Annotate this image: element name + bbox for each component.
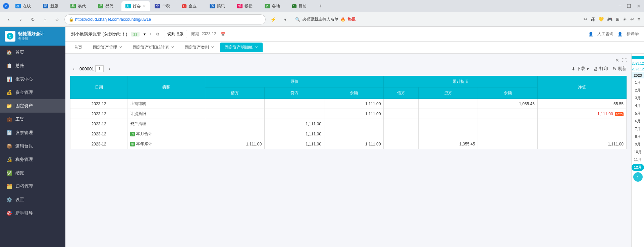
game-icon[interactable]: 🎮 [607, 17, 612, 22]
address-bar[interactable]: 🔒 https://cloud.chanjet.com/accounting/u… [64, 14, 266, 24]
sidebar-label-guide: 新手引导 [15, 210, 33, 216]
col-summary: 摘要 [127, 76, 205, 99]
sidebar-item-payroll[interactable]: 💼 工资 [0, 113, 65, 126]
print-icon: 🖨 [594, 66, 598, 71]
cell-orig-credit: 1,111.00 [265, 119, 324, 129]
bookmark-btn[interactable]: ☆ [52, 15, 62, 24]
settings-btn[interactable]: ⚙ [156, 32, 160, 37]
tab-close-fixed-assets-mgmt[interactable]: ✕ [119, 45, 122, 50]
search-area: 🔍 央视更新主持人名单 🔥 热搜 [295, 16, 356, 22]
tab-tencent[interactable]: 腾 腾讯 [206, 1, 232, 11]
tab-muqian[interactable]: S 目前 [288, 1, 315, 11]
cell-dep-balance [478, 129, 538, 139]
dropdown-arrow[interactable]: ▾ [144, 32, 146, 37]
tab-close-category[interactable]: ✕ [211, 45, 214, 50]
period-month-6[interactable]: 6月 [632, 118, 644, 125]
translate-icon[interactable]: 译 [591, 16, 595, 22]
expand-icon[interactable]: ⛶ [622, 58, 627, 63]
sidebar-item-guide[interactable]: 🎯 新手引导 [0, 206, 65, 220]
period-month-8[interactable]: 8月 [632, 133, 644, 140]
download-btn[interactable]: ⬇ 下载 ▾ [572, 66, 589, 72]
page-num-input[interactable]: 1 [95, 65, 104, 72]
period-month-10[interactable]: 10月 [632, 148, 644, 156]
scissors-icon[interactable]: ✂ [584, 17, 587, 22]
tab-close-detail-ledger[interactable]: ✕ [255, 45, 258, 50]
cell-summary: 计提折旧 [127, 109, 205, 119]
tab-yidai1[interactable]: 易 易代 [66, 1, 93, 11]
tab-close-icon[interactable]: ✕ [143, 4, 146, 8]
cell-dep-credit: 1,055.45 [418, 139, 478, 149]
tab-qiye[interactable]: C 企业 [178, 1, 205, 11]
sidebar-item-home[interactable]: 🏠 首页 [0, 46, 65, 59]
sidebar-item-ledger[interactable]: 📋 总账 [0, 59, 65, 72]
refresh-btn[interactable]: ↻ [28, 15, 38, 24]
cell-date: 2023-12 [70, 109, 127, 119]
tab-geshui[interactable]: 个 个税 [151, 1, 177, 11]
wallet-icon[interactable]: 💛 [598, 17, 604, 22]
period-panel-header: 期间选择 [632, 56, 644, 59]
page-tab-home[interactable]: 首页 [69, 43, 87, 52]
cell-dep-credit [418, 109, 478, 119]
brightness-icon[interactable]: ☀ [623, 17, 627, 22]
sidebar-item-tax[interactable]: 🔏 税务管理 [0, 153, 65, 166]
tab-close-depreciation[interactable]: ✕ [171, 45, 174, 50]
undo-icon[interactable]: ↩ [630, 17, 634, 22]
tab-haokuai[interactable]: 好 好会 ✕ [121, 1, 150, 11]
help-btn[interactable]: 人工咨询 [597, 31, 613, 37]
refresh-table-btn[interactable]: ↻ 刷新 [613, 66, 627, 72]
period-month-4[interactable]: 4月 [632, 102, 644, 109]
page-tab-fixed-assets-mgmt[interactable]: 固定资产管理 ✕ [88, 43, 127, 52]
print-btn[interactable]: 🖨 打印 [594, 66, 608, 72]
sidebar-item-purchase-sales[interactable]: 📦 进销台账 [0, 139, 65, 153]
window-minimize-btn[interactable]: − [616, 3, 624, 9]
back-btn[interactable]: ‹ [4, 15, 13, 24]
period-month-7[interactable]: 7月 [632, 125, 644, 132]
switch-version-btn[interactable]: 切到旧版 [164, 30, 187, 38]
tab-online[interactable]: 在 在线 [11, 1, 38, 11]
sidebar-label-purchase-sales: 进销台账 [15, 143, 33, 149]
tab-yidai2[interactable]: 易 易代 [94, 1, 121, 11]
add-account-btn[interactable]: + [150, 32, 152, 37]
page-tab-detail-ledger[interactable]: 固定资产明细账 ✕ [220, 43, 263, 52]
tab-changjie[interactable]: 畅 畅捷 [233, 1, 260, 11]
sidebar-item-fund[interactable]: 💰 资金管理 [0, 86, 65, 99]
scroll-top-btn[interactable]: ↑ [633, 172, 643, 182]
period-month-5[interactable]: 5月 [632, 110, 644, 117]
calendar-icon[interactable]: 📅 [220, 32, 225, 37]
new-tab-button[interactable]: + [316, 1, 325, 11]
cell-orig-debit [205, 99, 265, 109]
security-icon: ⚡ [268, 15, 278, 24]
sidebar-item-closing[interactable]: ✅ 结账 [0, 166, 65, 180]
home-btn[interactable]: ⌂ [40, 15, 50, 24]
period-month-9[interactable]: 9月 [632, 141, 644, 148]
window-close-btn[interactable]: ✕ [635, 3, 643, 9]
page-tab-depreciation[interactable]: 固定资产折旧统计表 ✕ [128, 43, 179, 52]
sidebar-item-settings[interactable]: ⚙️ 设置 [0, 193, 65, 206]
cell-orig-balance: 1,111.00 [324, 109, 384, 119]
sidebar-item-invoice[interactable]: 🧾 发票管理 [0, 126, 65, 139]
tab-gedi[interactable]: 各 各地 [261, 1, 287, 11]
sidebar-item-fixed-assets[interactable]: 📁 固定资产 [0, 99, 65, 113]
download-dropdown-icon[interactable]: ▾ [587, 66, 589, 71]
prev-page-btn[interactable]: ‹ [70, 65, 77, 72]
sidebar-item-report[interactable]: 📊 报表中心 [0, 72, 65, 86]
col-orig-debit: 借方 [205, 87, 265, 99]
sidebar-label-fixed-assets: 固定资产 [15, 103, 33, 109]
period-month-2[interactable]: 2月 [632, 87, 644, 94]
forward-btn[interactable]: › [16, 15, 25, 24]
menu-icon[interactable]: ≡ [637, 17, 640, 22]
page-tab-category[interactable]: 固定资产类别 ✕ [180, 43, 219, 52]
close-panel-icon[interactable]: ✕ [615, 58, 619, 63]
period-month-11[interactable]: 11月 [632, 156, 644, 163]
sidebar-item-archive[interactable]: 🗂️ 归档管理 [0, 180, 65, 193]
sidebar-label-ledger: 总账 [15, 63, 24, 69]
window-restore-btn[interactable]: ❐ [625, 3, 633, 9]
cell-net-value [537, 129, 626, 139]
period-month-1[interactable]: 1月 [632, 79, 644, 86]
next-page-btn[interactable]: › [106, 65, 113, 72]
tab-new[interactable]: 新 新版 [39, 1, 66, 11]
grid-icon[interactable]: ⊞ [616, 17, 620, 22]
period-month-12[interactable]: 12月 [632, 164, 644, 171]
period-month-3[interactable]: 3月 [632, 95, 644, 102]
dropdown-btn[interactable]: ▾ [280, 15, 290, 24]
